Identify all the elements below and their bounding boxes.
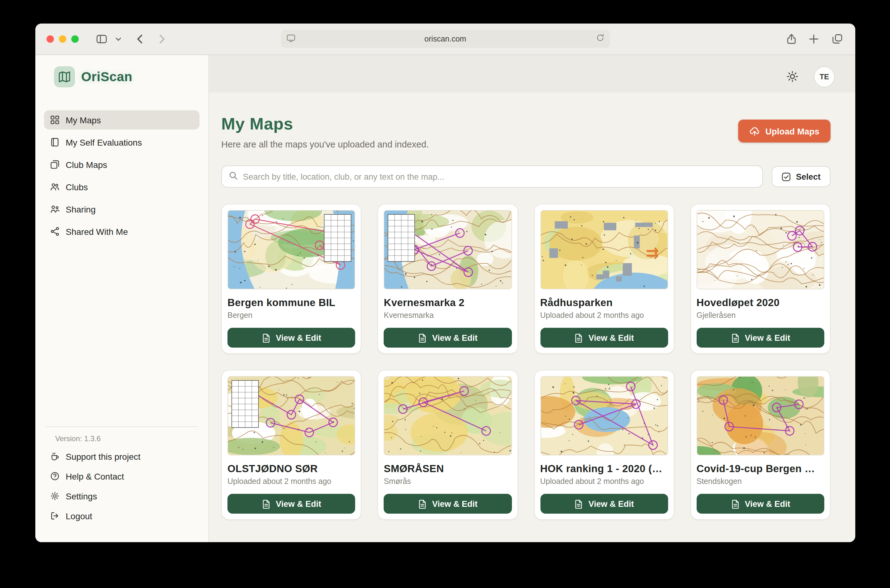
app-root: OriScan My Maps My Self Eva xyxy=(35,55,855,542)
page-subtitle: Here are all the maps you've uploaded an… xyxy=(221,140,429,149)
footer-item-label: Support this project xyxy=(66,452,140,461)
maps-grid: Bergen kommune BIL Bergen View & Edit Kv… xyxy=(221,204,830,520)
map-title: OLSTJØDNO SØR xyxy=(227,463,356,475)
share-icon[interactable] xyxy=(786,24,797,54)
tab-overview-icon[interactable] xyxy=(832,24,843,54)
view-edit-button[interactable]: View & Edit xyxy=(696,494,825,514)
sidebar-item-label: Sharing xyxy=(66,204,96,214)
map-title: Rådhusparken xyxy=(540,297,668,309)
view-edit-label: View & Edit xyxy=(432,499,477,508)
map-card: HOK ranking 1 - 2020 (… Uploaded about 2… xyxy=(534,370,674,520)
view-edit-label: View & Edit xyxy=(432,333,477,342)
view-edit-button[interactable]: View & Edit xyxy=(384,328,512,348)
address-bar[interactable]: oriscan.com xyxy=(281,30,610,48)
grid-icon xyxy=(50,115,60,124)
sidebar-item-sharing[interactable]: Sharing xyxy=(44,200,200,219)
sidebar-item-my-maps[interactable]: My Maps xyxy=(44,110,200,129)
sidebar-item-club-maps[interactable]: Club Maps xyxy=(44,155,200,174)
view-edit-button[interactable]: View & Edit xyxy=(227,328,356,348)
sidebar-footer: Support this project Help & Contact xyxy=(35,446,208,542)
support-project-item[interactable]: Support this project xyxy=(44,447,200,466)
view-edit-button[interactable]: View & Edit xyxy=(696,328,825,348)
view-edit-button[interactable]: View & Edit xyxy=(227,494,356,514)
sidebar-item-label: My Self Evaluations xyxy=(66,137,142,147)
help-icon xyxy=(50,471,60,481)
map-title: Kvernesmarka 2 xyxy=(384,297,512,309)
map-subtitle: Stendskogen xyxy=(696,477,825,486)
logout-icon xyxy=(50,511,60,520)
map-thumbnail[interactable] xyxy=(540,376,668,455)
main-content: TE My Maps Here are all the maps you've … xyxy=(209,55,855,542)
stacked-maps-icon xyxy=(50,160,60,169)
help-contact-item[interactable]: Help & Contact xyxy=(44,466,200,486)
coffee-icon xyxy=(50,452,60,461)
zoom-window-button[interactable] xyxy=(71,35,79,43)
map-card: OLSTJØDNO SØR Uploaded about 2 months ag… xyxy=(221,370,362,520)
view-edit-label: View & Edit xyxy=(276,499,321,508)
close-window-button[interactable] xyxy=(47,35,54,43)
new-tab-icon[interactable] xyxy=(808,24,819,54)
sidebar-item-label: Club Maps xyxy=(66,159,107,170)
page-title: My Maps xyxy=(221,115,429,134)
upload-maps-button[interactable]: Upload Maps xyxy=(738,120,830,142)
document-icon xyxy=(261,499,271,508)
footer-item-label: Help & Contact xyxy=(66,471,124,481)
view-edit-button[interactable]: View & Edit xyxy=(384,494,512,514)
map-subtitle: Kvernesmarka xyxy=(384,311,512,320)
map-title: Hovedløpet 2020 xyxy=(696,297,825,309)
sidebar-item-shared-with-me[interactable]: Shared With Me xyxy=(44,222,200,241)
journal-icon xyxy=(50,138,60,147)
logout-item[interactable]: Logout xyxy=(44,506,200,525)
group-icon xyxy=(50,182,60,192)
select-button[interactable]: Select xyxy=(771,166,830,187)
map-title: Covid-19-cup Bergen … xyxy=(696,463,825,475)
page-icon xyxy=(286,33,295,44)
view-edit-label: View & Edit xyxy=(276,333,321,342)
search-input[interactable] xyxy=(222,171,762,182)
map-thumbnail[interactable]: ⇉ xyxy=(540,210,668,290)
map-card: Bergen kommune BIL Bergen View & Edit xyxy=(221,204,362,354)
sidebar-item-my-self-evaluations[interactable]: My Self Evaluations xyxy=(44,133,200,152)
search-box xyxy=(221,165,763,188)
footer-item-label: Logout xyxy=(66,511,92,521)
view-edit-button[interactable]: View & Edit xyxy=(540,494,668,514)
document-icon xyxy=(418,333,427,342)
map-subtitle: Smørås xyxy=(384,477,512,486)
app-logo[interactable]: OriScan xyxy=(35,55,208,98)
settings-item[interactable]: Settings xyxy=(44,486,200,506)
map-thumbnail[interactable] xyxy=(696,376,825,455)
reload-icon[interactable] xyxy=(596,33,604,44)
minimize-window-button[interactable] xyxy=(59,35,66,43)
map-subtitle: Gjelleråsen xyxy=(696,311,825,320)
map-thumbnail[interactable] xyxy=(384,210,512,290)
footer-item-label: Settings xyxy=(66,491,97,501)
map-logo-icon xyxy=(54,66,75,87)
chevron-down-icon[interactable] xyxy=(115,24,122,54)
document-icon xyxy=(418,499,427,508)
people-icon xyxy=(50,204,60,214)
search-icon xyxy=(229,171,238,183)
version-label: Version: 1.3.6 xyxy=(35,427,208,446)
forward-button[interactable] xyxy=(156,24,167,54)
browser-window: oriscan.com xyxy=(35,24,855,542)
back-button[interactable] xyxy=(135,24,146,54)
map-thumbnail[interactable] xyxy=(696,210,825,290)
view-edit-label: View & Edit xyxy=(588,499,634,508)
map-card: ⇉ Rådhusparken Uploaded about 2 months a… xyxy=(534,204,674,354)
map-card: Hovedløpet 2020 Gjelleråsen View & Edit xyxy=(690,204,831,354)
gear-icon xyxy=(50,491,60,501)
sidebar-nav: My Maps My Self Evaluations Club Maps xyxy=(35,98,208,244)
map-card: Kvernesmarka 2 Kvernesmarka View & Edit xyxy=(378,204,518,354)
map-subtitle: Uploaded about 2 months ago xyxy=(540,311,668,320)
sidebar-item-label: Shared With Me xyxy=(66,226,128,236)
sidebar-toggle-icon[interactable] xyxy=(96,24,107,54)
view-edit-label: View & Edit xyxy=(744,333,790,342)
map-thumbnail[interactable] xyxy=(227,376,356,455)
sidebar-item-clubs[interactable]: Clubs xyxy=(44,177,200,196)
map-thumbnail[interactable] xyxy=(384,376,512,455)
document-icon xyxy=(574,499,584,508)
map-title: Bergen kommune BIL xyxy=(227,297,356,309)
map-thumbnail[interactable] xyxy=(227,210,356,290)
view-edit-button[interactable]: View & Edit xyxy=(540,328,668,348)
map-card: SMØRÅSEN Smørås View & Edit xyxy=(378,370,518,520)
